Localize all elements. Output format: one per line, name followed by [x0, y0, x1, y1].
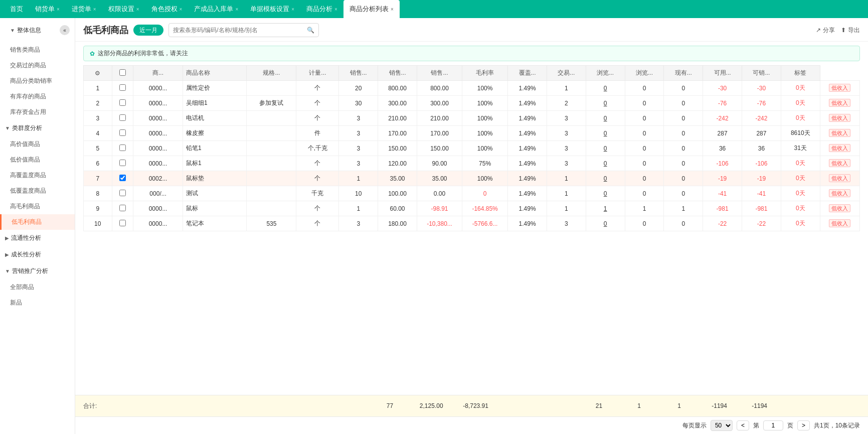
sidebar-collapse-button[interactable]: « — [60, 25, 70, 35]
sidebar-item-high-margin[interactable]: 高毛利商品 — [0, 199, 75, 214]
search-icon[interactable]: 🔍 — [307, 27, 314, 34]
row-trade[interactable]: 0 — [586, 111, 625, 126]
close-icon[interactable]: × — [334, 7, 337, 12]
search-input[interactable] — [173, 27, 307, 34]
row-sale3: 0.00 — [417, 186, 462, 201]
page-number-input[interactable] — [763, 420, 783, 430]
row-trade[interactable]: 0 — [586, 186, 625, 201]
row-check[interactable] — [112, 96, 133, 111]
close-icon[interactable]: × — [291, 7, 294, 12]
sidebar-item-high-coverage[interactable]: 高覆盖度商品 — [0, 168, 75, 183]
close-icon[interactable]: × — [57, 7, 60, 12]
th-tag[interactable]: 标签 — [781, 66, 820, 81]
sidebar-item-high-value[interactable]: 高价值商品 — [0, 136, 75, 152]
th-browse2[interactable]: 浏览... — [625, 66, 664, 81]
nav-product-analysis[interactable]: 商品分析 × — [300, 0, 343, 18]
th-gross[interactable]: 毛利率 — [462, 66, 508, 81]
sidebar-item-traded-products[interactable]: 交易过的商品 — [0, 58, 75, 73]
close-icon[interactable]: × — [136, 7, 139, 12]
row-checkbox[interactable] — [119, 144, 126, 151]
row-trade[interactable]: 0 — [586, 81, 625, 96]
row-gross: -5766.6... — [462, 216, 508, 231]
row-check[interactable] — [112, 186, 133, 201]
th-current[interactable]: 现有... — [664, 66, 703, 81]
row-check[interactable] — [112, 216, 133, 231]
row-check[interactable] — [112, 81, 133, 96]
nav-purchase-order[interactable]: 进货单 × — [66, 0, 102, 18]
row-tag: 低收入 — [820, 141, 859, 156]
th-sale1[interactable]: 销售... — [339, 66, 378, 81]
sidebar-group-growth[interactable]: ▶ 成长性分析 — [0, 246, 75, 263]
nav-template-settings[interactable]: 单据模板设置 × — [244, 0, 300, 18]
row-checkbox[interactable] — [119, 175, 126, 181]
page-size-select[interactable]: 50 — [711, 420, 733, 431]
row-checkbox[interactable] — [119, 220, 126, 226]
sidebar-item-low-margin[interactable]: 低毛利商品 — [0, 214, 75, 230]
row-trade[interactable]: 0 — [586, 141, 625, 156]
row-check[interactable] — [112, 156, 133, 171]
row-check[interactable] — [112, 201, 133, 216]
prev-page-button[interactable]: < — [737, 420, 749, 430]
row-check[interactable] — [112, 111, 133, 126]
export-button[interactable]: ⬆ 导出 — [841, 26, 860, 35]
sidebar-group-liquidity[interactable]: ▶ 流通性分析 — [0, 230, 75, 246]
th-trade[interactable]: 交易... — [547, 66, 586, 81]
row-trade[interactable]: 0 — [586, 216, 625, 231]
row-checkbox[interactable] — [119, 129, 126, 136]
sidebar-group-marketing[interactable]: ▼ 营销推广分析 — [0, 263, 75, 279]
row-trade[interactable]: 0 — [586, 156, 625, 171]
th-sale2[interactable]: 销售... — [378, 66, 417, 81]
close-icon[interactable]: × — [391, 7, 394, 12]
th-name[interactable]: 商品名称 — [183, 66, 247, 81]
th-unit[interactable]: 计量... — [296, 66, 339, 81]
settings-icon[interactable]: ⚙ — [95, 70, 100, 77]
row-trade[interactable]: 0 — [586, 96, 625, 111]
sidebar-item-stock-products[interactable]: 有库存的商品 — [0, 89, 75, 104]
sidebar-item-new-products[interactable]: 新品 — [0, 295, 75, 311]
sidebar-item-low-value[interactable]: 低价值商品 — [0, 152, 75, 168]
row-check[interactable] — [112, 171, 133, 186]
th-avail[interactable]: 可用... — [703, 66, 742, 81]
nav-home[interactable]: 首页 — [4, 0, 29, 18]
row-trade[interactable]: 0 — [586, 171, 625, 186]
next-page-button[interactable]: > — [797, 420, 810, 430]
row-checkbox[interactable] — [119, 190, 126, 196]
th-sale3[interactable]: 销售... — [417, 66, 462, 81]
row-check[interactable] — [112, 126, 133, 141]
close-icon[interactable]: × — [235, 7, 238, 12]
row-checkbox[interactable] — [119, 99, 126, 106]
row-trade[interactable]: 1 — [586, 201, 625, 216]
sidebar-item-category-rate[interactable]: 商品分类助销率 — [0, 73, 75, 89]
row-unit: 个,千克 — [296, 141, 339, 156]
sidebar-group-cluster[interactable]: ▼ 类群度分析 — [0, 120, 75, 136]
nav-product-inbound[interactable]: 产成品入库单 × — [188, 0, 244, 18]
sidebar-item-sales-products[interactable]: 销售类商品 — [0, 42, 75, 58]
th-browse1[interactable]: 浏览... — [586, 66, 625, 81]
th-cover[interactable]: 覆盖... — [508, 66, 547, 81]
close-icon[interactable]: × — [180, 7, 183, 12]
row-checkbox[interactable] — [119, 160, 126, 166]
row-checkbox[interactable] — [119, 114, 126, 121]
sidebar-item-all-products[interactable]: 全部商品 — [0, 279, 75, 295]
sidebar-group-overall[interactable]: ▼ 整体信息 — [5, 22, 60, 39]
row-sellable: 0天 — [781, 186, 820, 201]
filter-period-button[interactable]: 近一月 — [133, 25, 163, 36]
th-spec[interactable]: 规格... — [247, 66, 296, 81]
th-sellable[interactable]: 可销... — [742, 66, 781, 81]
row-check[interactable] — [112, 141, 133, 156]
row-checkbox[interactable] — [119, 205, 126, 211]
nav-product-analysis-list[interactable]: 商品分析列表 × — [343, 0, 400, 18]
nav-permission[interactable]: 权限设置 × — [102, 0, 145, 18]
sidebar-item-low-coverage[interactable]: 低覆盖度商品 — [0, 183, 75, 199]
row-code: 0000... — [133, 126, 183, 141]
select-all-checkbox[interactable] — [119, 69, 126, 76]
sidebar-item-stock-capital[interactable]: 库存资金占用 — [0, 104, 75, 120]
row-trade[interactable]: 0 — [586, 126, 625, 141]
th-code[interactable]: 商... — [133, 66, 183, 81]
close-icon[interactable]: × — [93, 7, 96, 12]
row-checkbox[interactable] — [119, 84, 126, 91]
nav-role-auth[interactable]: 角色授权 × — [145, 0, 189, 18]
share-button[interactable]: ↗ 分享 — [816, 26, 835, 35]
nav-sales-order[interactable]: 销货单 × — [29, 0, 66, 18]
row-sale1: 3 — [339, 141, 378, 156]
